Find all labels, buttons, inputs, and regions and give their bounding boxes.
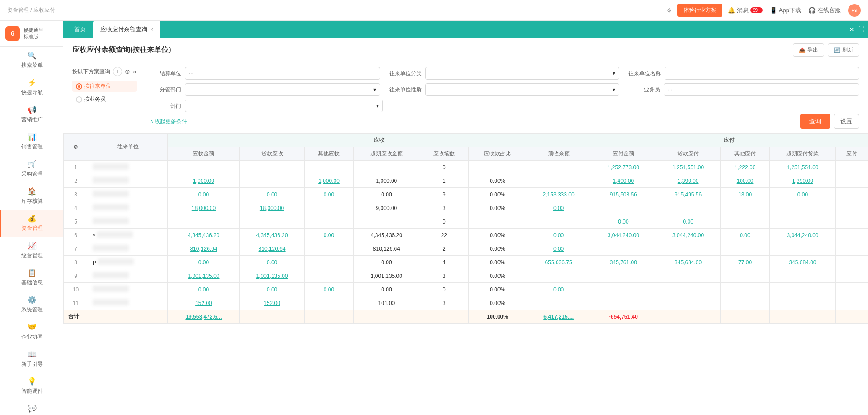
table-cell[interactable]: 1,001,135.00 [240, 269, 304, 283]
export-btn[interactable]: 📤 导出 [793, 43, 824, 57]
sidebar-item-smart-hw[interactable]: 💡 智能硬件 [0, 372, 63, 400]
partner-category-input[interactable]: ▾ [425, 67, 620, 80]
table-cell[interactable]: 2,153,333.00 [526, 188, 591, 201]
table-cell[interactable]: 0.00 [304, 229, 354, 242]
filter-arrow-icon[interactable]: « [133, 68, 137, 75]
salesperson-input[interactable]: ··· [664, 83, 859, 96]
table-cell[interactable]: 0.00 [240, 256, 304, 269]
receivable-count-header: 应收笔数 [420, 147, 469, 161]
table-cell[interactable]: 0.00 [656, 215, 721, 229]
sidebar-item-system[interactable]: ⚙️ 系统管理 [0, 291, 63, 318]
table-cell[interactable]: 0.00 [526, 201, 591, 215]
sidebar-item-marketing[interactable]: 📢 营销推广 [0, 101, 63, 128]
collapse-btn[interactable]: ∧ 收起更多条件 [150, 118, 187, 125]
footer-advance-balance[interactable]: 6,417,215.... [526, 310, 591, 324]
table-cell[interactable]: 1,251,551.00 [769, 161, 835, 174]
table-cell[interactable]: 77.00 [721, 256, 770, 269]
sidebar-item-purchase[interactable]: 🛒 采购管理 [0, 155, 63, 182]
settlement-unit-input[interactable]: ··· [185, 67, 380, 80]
table-container[interactable]: ⚙ 往来单位 应收 应付 应收金额 贷款应收 其他应收 超期应收金额 应收笔数 … [63, 133, 868, 415]
dept-input[interactable]: ▾ [185, 100, 383, 112]
table-cell [240, 161, 304, 174]
table-cell[interactable]: 915,508.56 [591, 188, 656, 201]
sidebar-item-sales[interactable]: 📊 销售管理 [0, 128, 63, 155]
table-cell: 0 [420, 215, 469, 229]
sidebar-item-guide[interactable]: 📖 新手引导 [0, 345, 63, 372]
footer-receivable-amt[interactable]: 19,553,472,6... [168, 310, 240, 324]
settings-col-header[interactable]: ⚙ [64, 134, 88, 161]
tab-home[interactable]: 首页 [67, 21, 93, 38]
table-cell[interactable]: 0.00 [526, 242, 591, 256]
table-cell[interactable]: 655,636.75 [526, 256, 591, 269]
close-window-icon[interactable]: ✕ [849, 26, 854, 33]
table-cell[interactable]: 3,044,240.00 [769, 229, 835, 242]
table-cell[interactable]: 810,126.64 [240, 242, 304, 256]
table-cell [836, 201, 868, 215]
table-cell[interactable]: 1,390.00 [769, 174, 835, 188]
app-download-btn[interactable]: 📱 App下载 [770, 6, 801, 14]
table-cell[interactable]: 3,044,240.00 [656, 229, 721, 242]
table-cell[interactable]: 345,684.00 [656, 256, 721, 269]
sidebar-item-quick[interactable]: ⚡ 快捷导航 [0, 74, 63, 101]
industry-btn[interactable]: 体验行业方案 [677, 4, 722, 17]
add-filter-btn[interactable]: + [113, 67, 122, 76]
table-cell[interactable]: 1,222.00 [721, 161, 770, 174]
messages-btn[interactable]: 🔔 消息 99+ [728, 6, 763, 14]
table-cell[interactable]: 18,000.00 [168, 201, 240, 215]
table-cell[interactable]: 152.00 [168, 296, 240, 310]
setting-btn[interactable]: 设置 [834, 114, 859, 129]
table-cell[interactable]: 915,495.56 [656, 188, 721, 201]
table-cell[interactable]: 13.00 [721, 188, 770, 201]
sidebar-item-operations[interactable]: 📈 经营管理 [0, 237, 63, 264]
table-cell[interactable]: 18,000.00 [240, 201, 304, 215]
table-cell[interactable]: 0.00 [591, 215, 656, 229]
view-by-salesperson[interactable]: 按业务员 [72, 94, 137, 105]
table-cell[interactable]: 1,000.00 [304, 174, 354, 188]
table-cell[interactable]: 1,390.00 [656, 174, 721, 188]
table-cell[interactable]: 1,000.00 [168, 174, 240, 188]
table-cell[interactable]: 345,684.00 [769, 256, 835, 269]
tab-close-btn[interactable]: × [150, 26, 153, 33]
table-cell[interactable]: 4,345,436.20 [240, 229, 304, 242]
refresh-btn[interactable]: 🔄 刷新 [828, 43, 859, 57]
sidebar-item-inventory[interactable]: 🏠 库存核算 [0, 182, 63, 210]
table-cell[interactable]: 345,761.00 [591, 256, 656, 269]
table-cell[interactable]: 0.00 [304, 188, 354, 201]
sidebar-item-basic-info[interactable]: 📋 基础信息 [0, 264, 63, 291]
sidebar-item-finance[interactable]: 💰 资金管理 [0, 210, 63, 237]
query-btn[interactable]: 查询 [800, 114, 830, 129]
filter-config-icon[interactable]: ⊕ [125, 68, 130, 75]
table-cell[interactable]: 3,044,240.00 [591, 229, 656, 242]
table-cell[interactable]: 0.00 [769, 188, 835, 201]
logo-icon: 6 [5, 26, 20, 41]
maximize-icon[interactable]: ⛶ [858, 26, 864, 33]
online-service-btn[interactable]: 🎧 在线客服 [808, 6, 841, 14]
table-cell[interactable]: 1,251,551.00 [656, 161, 721, 174]
table-cell[interactable]: 1,490.00 [591, 174, 656, 188]
table-cell[interactable]: 0.00 [526, 229, 591, 242]
table-cell[interactable]: 1,252,773.00 [591, 161, 656, 174]
table-cell[interactable]: 0.00 [168, 283, 240, 296]
table-cell[interactable]: 810,126.64 [168, 242, 240, 256]
table-cell [769, 215, 835, 229]
table-cell[interactable]: 152.00 [240, 296, 304, 310]
table-cell[interactable]: 0.00 [168, 188, 240, 201]
table-cell[interactable]: 100.00 [721, 174, 770, 188]
table-cell[interactable]: 1,001,135.00 [168, 269, 240, 283]
table-cell[interactable]: 0.00 [721, 229, 770, 242]
partner-nature-input[interactable]: ▾ [425, 83, 620, 96]
sidebar-item-search[interactable]: 🔍 搜索菜单 [0, 47, 63, 74]
table-cell[interactable]: 0.00 [240, 188, 304, 201]
table-cell[interactable]: 0.00 [168, 256, 240, 269]
partner-name-input[interactable] [665, 67, 859, 80]
table-cell[interactable]: 4,345,436.20 [168, 229, 240, 242]
sidebar-item-wechat[interactable]: 💬 企业微信 [0, 400, 63, 415]
view-by-partner[interactable]: 按往来单位 [72, 81, 137, 92]
table-cell[interactable]: 0.00 [304, 283, 354, 296]
tab-ar-ap[interactable]: 应收应付余额查询 × [93, 21, 160, 38]
table-cell[interactable]: 0.00 [526, 283, 591, 296]
user-avatar[interactable]: Rit [848, 4, 861, 17]
table-cell[interactable]: 0.00 [240, 283, 304, 296]
sidebar-item-corp[interactable]: 🤝 企业协同 [0, 318, 63, 345]
manage-dept-input[interactable]: ▾ [185, 83, 380, 96]
